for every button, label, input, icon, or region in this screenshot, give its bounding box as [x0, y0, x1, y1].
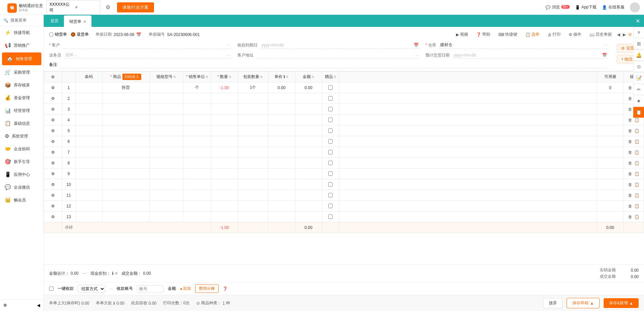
- row-packqty[interactable]: 1个: [238, 82, 268, 93]
- sidebar-item-sales[interactable]: 🏠 销售管理: [2, 52, 41, 65]
- tab-home[interactable]: 首页: [45, 15, 64, 27]
- float-btn-2[interactable]: ⊞: [633, 38, 644, 49]
- customer-value[interactable]: ···: [63, 41, 232, 49]
- due-date-value[interactable]: yyyy-mm-dd 📅: [260, 41, 420, 49]
- copy-icon[interactable]: 📋: [634, 128, 639, 133]
- sidebar-item-quick-nav[interactable]: ⚡ 快捷导航: [0, 26, 43, 39]
- float-btn-5[interactable]: 📝: [633, 73, 644, 83]
- copy-icon[interactable]: 📋: [634, 193, 639, 198]
- row-spec[interactable]: [149, 82, 183, 93]
- copy-icon[interactable]: 📋: [634, 204, 639, 208]
- copy-icon[interactable]: 📋: [634, 139, 639, 144]
- toolbar-operations-btn[interactable]: ⚙ 操作: [566, 31, 584, 38]
- delete-icon[interactable]: 🗑: [628, 204, 632, 208]
- toolbar-help-btn[interactable]: ❓ 帮助: [473, 31, 493, 38]
- row-product[interactable]: 拆货: [102, 82, 149, 93]
- sidebar-collapse-icon[interactable]: ◀: [37, 303, 40, 308]
- add-payment-button[interactable]: ● 添加: [180, 286, 191, 291]
- payment-method-select[interactable]: 结算方式: [78, 285, 105, 293]
- float-btn-7[interactable]: ★: [633, 95, 644, 106]
- toolbar-video-btn[interactable]: ▶ 视频: [453, 31, 471, 38]
- warehouse-value[interactable]: 建材仓 ···: [439, 41, 608, 49]
- sidebar-item-purchase[interactable]: 🛒 采购管理: [0, 66, 43, 79]
- delete-icon[interactable]: 🗑: [628, 150, 632, 155]
- row-barcode[interactable]: [75, 82, 102, 93]
- sidebar-item-inventory[interactable]: 📦 库存核算: [0, 79, 43, 91]
- customer-address-value[interactable]: ···: [256, 51, 420, 59]
- settings-icon[interactable]: ⚙: [103, 2, 113, 12]
- toolbar-shortcut-btn[interactable]: ⌨ 快捷键: [496, 31, 520, 38]
- sidebar-item-guide[interactable]: 🎯 新手引导: [0, 155, 43, 168]
- sidebar-item-operations[interactable]: 📊 经营管理: [0, 104, 43, 117]
- row-amount[interactable]: 0.00: [295, 82, 322, 93]
- list-view-icon[interactable]: ≡: [629, 32, 632, 38]
- delete-icon[interactable]: 🗑: [628, 161, 632, 165]
- copy-icon[interactable]: 📋: [634, 182, 639, 187]
- toolbar-print-btn[interactable]: 🖨 打印: [545, 31, 563, 38]
- float-btn-4[interactable]: ⊙: [633, 61, 644, 72]
- next-record-icon[interactable]: ▶: [623, 32, 626, 37]
- row-qty[interactable]: -1.00: [211, 82, 238, 93]
- tab-sales-order[interactable]: 销货单 ✕: [64, 15, 91, 28]
- save-draft-button[interactable]: 保存草稿 ▲: [567, 298, 600, 308]
- expense-help-icon[interactable]: ❓: [223, 286, 228, 291]
- copy-icon[interactable]: 📋: [634, 215, 639, 219]
- online-service-item[interactable]: 👤 在线客服: [602, 4, 624, 10]
- scan-button[interactable]: 扫码录入: [122, 74, 141, 80]
- sidebar-item-system[interactable]: ⚙ 系统管理: [0, 130, 43, 143]
- sidebar-item-marketing[interactable]: 📢 营销推广: [0, 39, 43, 52]
- sidebar-item-enterprise[interactable]: 🤝 企业协同: [0, 143, 43, 155]
- delete-icon[interactable]: 🗑: [628, 139, 632, 144]
- sidebar-search[interactable]: 🔍 搜索菜单: [0, 15, 43, 26]
- copy-icon[interactable]: 📋: [634, 161, 639, 165]
- radio-sales-order[interactable]: 销货单: [49, 32, 67, 37]
- calendar-icon[interactable]: 📅: [136, 32, 141, 37]
- radio-return-order[interactable]: 退货单: [71, 32, 89, 37]
- row-gift[interactable]: [322, 82, 339, 93]
- sidebar-item-app-center[interactable]: 📱 应用中心: [0, 168, 43, 181]
- row-unit[interactable]: 个: [183, 82, 211, 93]
- delete-icon[interactable]: 🗑: [628, 107, 632, 112]
- toolbar-history-btn[interactable]: 📖 历史单据: [587, 31, 614, 38]
- sidebar-item-basic-info[interactable]: 📋 基础信息: [0, 117, 43, 130]
- salesperson-value[interactable]: 选择... ···: [64, 51, 232, 59]
- delete-icon[interactable]: 🗑: [628, 118, 632, 122]
- cash-discount-info-icon[interactable]: ℹ: [112, 271, 114, 276]
- expense-split-button[interactable]: 费用分摊: [195, 284, 219, 293]
- delete-icon[interactable]: 🗑: [628, 128, 632, 133]
- float-btn-6[interactable]: ✏: [633, 84, 644, 95]
- app-download-item[interactable]: 📱 App下载: [575, 4, 597, 10]
- due-date-calendar-icon[interactable]: 📅: [414, 43, 419, 47]
- sidebar-item-finance[interactable]: 💰 资金管理: [0, 91, 43, 104]
- sidebar-settings-icon[interactable]: ⚙: [3, 303, 7, 308]
- avatar[interactable]: [630, 2, 640, 12]
- copy-icon[interactable]: 📋: [634, 150, 639, 155]
- col-settings-header[interactable]: ⚙: [44, 72, 62, 82]
- save-new-button[interactable]: 保存&新增 ▲: [604, 298, 639, 308]
- account-no-input[interactable]: [137, 285, 164, 293]
- delete-icon[interactable]: 🗑: [628, 96, 632, 101]
- row-settings[interactable]: ⚙: [44, 82, 62, 93]
- delete-icon[interactable]: 🗑: [628, 193, 632, 198]
- copy-icon[interactable]: 📋: [634, 171, 639, 176]
- copy-icon[interactable]: 📋: [634, 118, 639, 122]
- message-item[interactable]: 💬 消息 99+: [545, 4, 570, 10]
- order-owed-info-icon[interactable]: ℹ: [113, 301, 115, 306]
- delivery-calendar-icon[interactable]: 📅: [602, 53, 607, 57]
- prev-record-icon[interactable]: ◀: [617, 32, 620, 37]
- company-selector[interactable]: XXXXXX公司 ▼: [46, 0, 100, 15]
- row-price[interactable]: 0.00: [268, 82, 295, 93]
- product-types-icon[interactable]: ⊙: [196, 301, 200, 306]
- tab-close-icon[interactable]: ✕: [83, 20, 86, 24]
- remarks-input[interactable]: [60, 61, 608, 68]
- delete-icon[interactable]: 🗑: [628, 171, 632, 176]
- one-click-payment-checkbox[interactable]: [49, 286, 53, 291]
- abandon-button[interactable]: 放弃: [543, 298, 563, 308]
- delete-icon[interactable]: 🗑: [628, 85, 632, 90]
- float-btn-3[interactable]: 🔔: [633, 50, 644, 61]
- trial-button[interactable]: 体验行业方案: [117, 2, 154, 12]
- sidebar-item-vip[interactable]: 👑 畅会员: [0, 194, 43, 206]
- delete-icon[interactable]: 🗑: [628, 215, 632, 219]
- tab-bar-close-icon[interactable]: ✕: [632, 18, 644, 24]
- expected-delivery-value[interactable]: yyyy-mm-dd 📅: [452, 51, 608, 59]
